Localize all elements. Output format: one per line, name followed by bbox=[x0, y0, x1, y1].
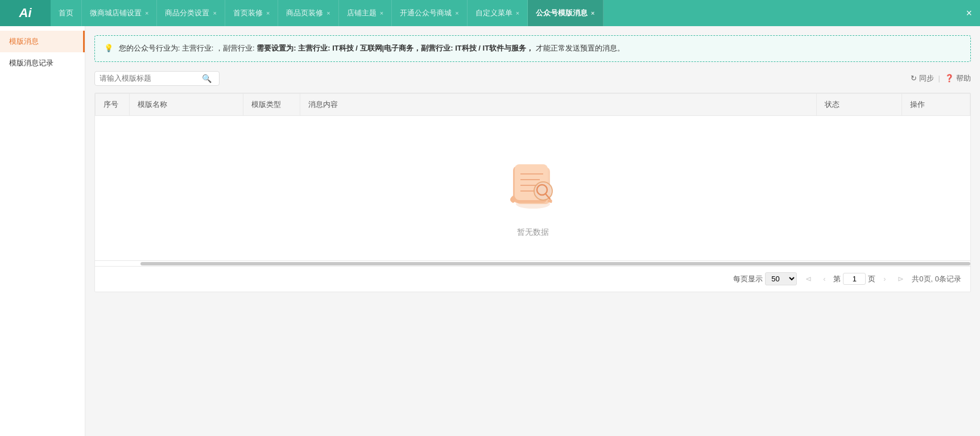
sidebar: 模版消息模版消息记录 bbox=[0, 26, 85, 436]
sidebar-item-template-record[interactable]: 模版消息记录 bbox=[0, 52, 85, 74]
page-label-suffix: 页 bbox=[868, 274, 875, 284]
empty-text: 暂无数据 bbox=[517, 227, 549, 238]
tab-close-icon[interactable]: × bbox=[516, 10, 519, 16]
prev-page-button[interactable]: ‹ bbox=[817, 272, 831, 286]
divider: | bbox=[938, 74, 940, 82]
page-number-input[interactable] bbox=[843, 273, 866, 285]
page-size-select: 每页显示 50 10 20 100 bbox=[733, 272, 797, 285]
tab-close-icon[interactable]: × bbox=[266, 10, 270, 16]
top-navigation: Ai 首页微商城店铺设置×商品分类设置×首页装修×商品页装修×店铺主题×开通公众… bbox=[0, 0, 980, 26]
content-area: 💡 您的公众号行业为: 主营行业: ，副营行业: 需要设置为: 主营行业: IT… bbox=[85, 26, 980, 436]
col-header-status: 状态 bbox=[817, 93, 902, 115]
per-page-label: 每页显示 bbox=[733, 274, 763, 284]
col-header-type: 模版类型 bbox=[243, 93, 300, 115]
toolbar: 🔍 ↻ 同步 | ❓ 帮助 bbox=[94, 71, 971, 86]
info-banner: 💡 您的公众号行业为: 主营行业: ，副营行业: 需要设置为: 主营行业: IT… bbox=[94, 35, 971, 62]
scrollbar-thumb[interactable] bbox=[140, 262, 970, 265]
help-label: 帮助 bbox=[956, 73, 971, 84]
empty-icon bbox=[499, 150, 567, 218]
tab-close-icon[interactable]: × bbox=[455, 10, 458, 16]
nav-tab-product-category[interactable]: 商品分类设置× bbox=[157, 0, 225, 26]
tab-close-icon[interactable]: × bbox=[213, 10, 216, 16]
banner-prefix: 您的公众号行业为: 主营行业: ，副营行业: bbox=[119, 44, 257, 52]
data-table: 序号模版名称模版类型消息内容状态操作 bbox=[95, 93, 970, 116]
sync-button[interactable]: ↻ 同步 bbox=[911, 73, 934, 84]
tab-close-icon[interactable]: × bbox=[380, 10, 383, 16]
app-logo: Ai bbox=[0, 0, 51, 26]
empty-state: 暂无数据 bbox=[95, 116, 970, 260]
toolbar-right: ↻ 同步 | ❓ 帮助 bbox=[911, 73, 971, 84]
nav-tab-home-decor[interactable]: 首页装修× bbox=[225, 0, 278, 26]
next-page-button[interactable]: › bbox=[878, 272, 891, 286]
last-page-button[interactable]: ⊳ bbox=[894, 272, 907, 286]
search-icon[interactable]: 🔍 bbox=[202, 74, 212, 83]
help-button[interactable]: ❓ 帮助 bbox=[945, 73, 971, 84]
col-header-action: 操作 bbox=[902, 93, 970, 115]
tab-close-icon[interactable]: × bbox=[591, 10, 594, 16]
data-table-wrapper: 序号模版名称模版类型消息内容状态操作 bbox=[94, 93, 971, 292]
page-label-prefix: 第 bbox=[833, 274, 841, 284]
nav-tab-custom-menu[interactable]: 自定义菜单× bbox=[468, 0, 528, 26]
nav-tab-list: 首页微商城店铺设置×商品分类设置×首页装修×商品页装修×店铺主题×开通公众号商城… bbox=[51, 0, 958, 26]
nav-tab-open-mall[interactable]: 开通公众号商城× bbox=[392, 0, 467, 26]
nav-tab-product-decor[interactable]: 商品页装修× bbox=[278, 0, 338, 26]
banner-suffix: 才能正常发送预置的消息。 bbox=[536, 44, 625, 52]
nav-tab-wechat-shop[interactable]: 微商城店铺设置× bbox=[82, 0, 157, 26]
sync-label: 同步 bbox=[919, 73, 934, 84]
table-header-row: 序号模版名称模版类型消息内容状态操作 bbox=[96, 93, 970, 115]
search-input[interactable] bbox=[100, 74, 202, 82]
banner-highlight: 需要设置为: 主营行业: IT科技 / 互联网|电子商务，副营行业: IT科技 … bbox=[257, 44, 534, 52]
page-navigation: ⊲ ‹ 第 页 › ⊳ bbox=[801, 272, 907, 286]
help-icon: ❓ bbox=[945, 74, 954, 82]
tab-close-icon[interactable]: × bbox=[145, 10, 148, 16]
col-header-index: 序号 bbox=[96, 93, 130, 115]
pagination: 每页显示 50 10 20 100 ⊲ ‹ 第 页 › ⊳ bbox=[95, 266, 970, 292]
main-layout: 模版消息模版消息记录 💡 您的公众号行业为: 主营行业: ，副营行业: 需要设置… bbox=[0, 26, 980, 436]
per-page-dropdown[interactable]: 50 10 20 100 bbox=[765, 272, 797, 285]
search-box[interactable]: 🔍 bbox=[94, 71, 220, 86]
nav-tab-home[interactable]: 首页 bbox=[51, 0, 82, 26]
col-header-content: 消息内容 bbox=[300, 93, 817, 115]
table-scrollbar[interactable] bbox=[95, 260, 970, 266]
table-header: 序号模版名称模版类型消息内容状态操作 bbox=[96, 93, 970, 115]
bulb-icon: 💡 bbox=[104, 44, 113, 52]
sync-icon: ↻ bbox=[911, 74, 917, 82]
tab-close-icon[interactable]: × bbox=[326, 10, 330, 16]
col-header-name: 模版名称 bbox=[130, 93, 243, 115]
nav-tab-template-msg[interactable]: 公众号模版消息× bbox=[528, 0, 603, 26]
sidebar-item-template-msg[interactable]: 模版消息 bbox=[0, 31, 85, 52]
total-info: 共0页, 0条记录 bbox=[912, 274, 961, 284]
first-page-button[interactable]: ⊲ bbox=[801, 272, 815, 286]
nav-tab-shop-theme[interactable]: 店铺主题× bbox=[339, 0, 392, 26]
close-all-button[interactable]: × bbox=[958, 0, 980, 26]
